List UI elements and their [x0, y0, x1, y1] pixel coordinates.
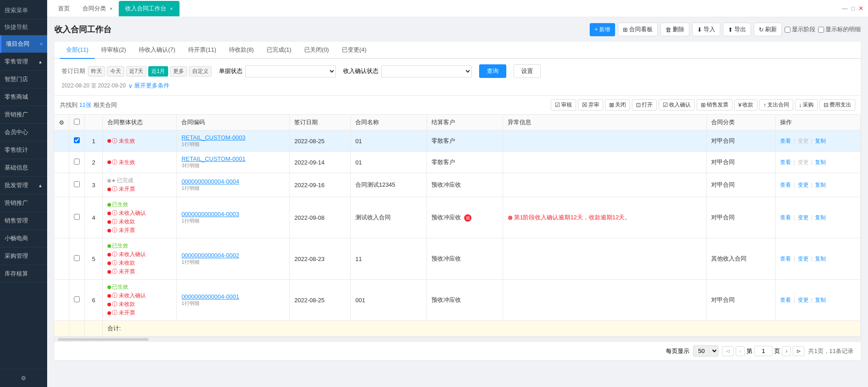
op-view[interactable]: 查看: [780, 182, 791, 188]
date-btn-custom[interactable]: 自定义: [189, 66, 212, 77]
page-number-input[interactable]: [754, 346, 772, 356]
expand-more-button[interactable]: ∨ 展开更多条件: [128, 82, 170, 90]
action-collect[interactable]: ¥ 收款: [734, 99, 757, 111]
setting-button[interactable]: 设置: [514, 64, 541, 78]
col-anomaly[interactable]: 异常信息: [503, 115, 707, 131]
sidebar-item-member[interactable]: 会员中心: [0, 124, 47, 141]
col-sign-date[interactable]: 签订日期: [290, 115, 350, 131]
sidebar-item-smart-store[interactable]: 智慧门店: [0, 71, 47, 88]
scrollbar-thumb[interactable]: [58, 338, 149, 341]
op-view[interactable]: 查看: [780, 214, 791, 221]
action-income-confirm[interactable]: ☑ 收入确认: [659, 99, 695, 111]
sidebar-nav[interactable]: 快捷导航: [0, 19, 47, 35]
action-sales-invoice[interactable]: ⊞ 销售发票: [697, 99, 732, 111]
cell-checkbox[interactable]: [69, 280, 85, 321]
window-minimize-icon[interactable]: —: [842, 5, 848, 12]
op-change[interactable]: 变更: [798, 159, 809, 165]
sidebar-item-project[interactable]: 项目合同: [0, 35, 47, 53]
prev-page-button[interactable]: ‹: [736, 346, 745, 356]
sidebar-item-retail-stats[interactable]: 零售统计: [0, 141, 47, 159]
show-detail-checkbox[interactable]: 显示标的明细: [818, 25, 861, 34]
op-change[interactable]: 变更: [798, 182, 809, 188]
sidebar-item-xiaochang[interactable]: 小畅电商: [0, 230, 47, 247]
last-page-button[interactable]: ⊳: [793, 346, 805, 356]
sidebar-search[interactable]: 搜索菜单: [0, 0, 47, 19]
op-change[interactable]: 变更: [798, 297, 809, 303]
action-abandon-review[interactable]: ☒ 弃审: [578, 99, 603, 111]
window-close-icon[interactable]: ✕: [858, 5, 863, 12]
action-review[interactable]: ☑ 审核: [551, 99, 576, 111]
date-btn-7days[interactable]: 近7天: [126, 66, 146, 77]
filter-tab-closed[interactable]: 已关闭(0): [298, 42, 335, 59]
sidebar-item-wholesale-mgmt[interactable]: 批发管理 ▲: [0, 177, 47, 194]
tab-close-icon[interactable]: ×: [110, 6, 112, 11]
cell-checkbox[interactable]: [69, 197, 85, 238]
contract-code-link[interactable]: 0000000000004-0004: [181, 178, 285, 185]
col-category[interactable]: 合同分类: [706, 115, 775, 131]
next-page-button[interactable]: ›: [782, 346, 791, 356]
cell-checkbox[interactable]: [69, 152, 85, 173]
sidebar-item-retail-mall[interactable]: 零售商城: [0, 88, 47, 106]
show-stage-checkbox[interactable]: 显示阶段: [785, 25, 815, 34]
tab-close-active-icon[interactable]: ×: [170, 6, 173, 11]
col-code[interactable]: 合同编码: [177, 115, 290, 131]
op-view[interactable]: 查看: [780, 297, 791, 303]
doc-status-select[interactable]: [245, 65, 336, 77]
contract-code-link[interactable]: RETAIL_CUSTOM-0003: [181, 134, 285, 141]
cell-checkbox[interactable]: [69, 173, 85, 197]
action-expense-out[interactable]: ⊟ 费用支出: [820, 99, 855, 111]
sidebar-item-basic-info[interactable]: 基础信息: [0, 159, 47, 177]
op-change[interactable]: 变更: [798, 138, 809, 144]
cell-checkbox[interactable]: [69, 238, 85, 280]
delete-button[interactable]: 🗑 删除: [660, 23, 689, 36]
op-change[interactable]: 变更: [798, 256, 809, 262]
filter-tab-pending-payment[interactable]: 待收款(8): [223, 42, 260, 59]
query-button[interactable]: 查询: [479, 64, 506, 78]
refresh-button[interactable]: ↻ 刷新: [754, 23, 782, 36]
scrollbar-area[interactable]: [54, 337, 861, 341]
filter-tab-done[interactable]: 已完成(1): [260, 42, 298, 59]
op-copy[interactable]: 复制: [815, 159, 826, 165]
date-btn-yesterday[interactable]: 昨天: [88, 66, 105, 77]
contract-code-link[interactable]: 0000000000004-0003: [181, 211, 285, 218]
settings-button[interactable]: ⚙: [0, 369, 47, 387]
action-purchase[interactable]: ↓ 采购: [795, 99, 818, 111]
first-page-button[interactable]: ⊲: [722, 346, 734, 356]
op-copy[interactable]: 复制: [815, 138, 826, 144]
tab-home[interactable]: 首页: [52, 1, 76, 16]
op-view[interactable]: 查看: [780, 138, 791, 144]
income-confirm-select[interactable]: [381, 65, 472, 77]
contract-code-link[interactable]: 0000000000004-0001: [181, 293, 285, 300]
date-btn-today[interactable]: 今天: [107, 66, 124, 77]
window-maximize-icon[interactable]: □: [851, 5, 855, 12]
tab-income-contract[interactable]: 收入合同工作台 ×: [119, 1, 179, 16]
action-open[interactable]: ⊡ 打开: [632, 99, 657, 111]
op-copy[interactable]: 复制: [815, 182, 826, 188]
action-expense-contract[interactable]: ↑ 支出合同: [759, 99, 793, 111]
filter-tab-pending-confirm[interactable]: 待收入确认(7): [132, 42, 182, 59]
sidebar-item-retail-mgmt[interactable]: 零售管理 ▲: [0, 53, 47, 71]
col-checkbox[interactable]: [69, 115, 85, 131]
date-btn-more[interactable]: 更多: [170, 66, 187, 77]
filter-tab-pending-invoice[interactable]: 待开票(11): [182, 42, 223, 59]
action-close[interactable]: ⊠ 关闭: [605, 99, 630, 111]
op-change[interactable]: 变更: [798, 214, 809, 221]
op-copy[interactable]: 复制: [815, 214, 826, 221]
add-button[interactable]: + 新增: [590, 23, 615, 36]
op-view[interactable]: 查看: [780, 159, 791, 165]
sidebar-item-purchase-mgmt[interactable]: 采购管理: [0, 247, 47, 265]
filter-tab-all[interactable]: 全部(11): [60, 42, 95, 59]
contract-board-button[interactable]: ⊞ 合同看板: [618, 23, 658, 36]
op-view[interactable]: 查看: [780, 256, 791, 262]
import-button[interactable]: ⬇ 导入: [692, 23, 720, 36]
sidebar-item-marketing[interactable]: 营销推广: [0, 106, 47, 124]
tab-contract-category[interactable]: 合同分类 ×: [76, 1, 119, 16]
col-settings[interactable]: ⚙: [54, 115, 69, 131]
col-name[interactable]: 合同名称: [350, 115, 427, 131]
filter-tab-changed[interactable]: 已变更(4): [335, 42, 373, 59]
filter-tab-pending-review[interactable]: 待审核(2): [95, 42, 132, 59]
col-status[interactable]: 合同整体状态: [103, 115, 177, 131]
select-all-checkbox[interactable]: [74, 119, 80, 125]
per-page-select[interactable]: 50 100: [693, 345, 718, 357]
contract-code-link[interactable]: 0000000000004-0002: [181, 252, 285, 259]
